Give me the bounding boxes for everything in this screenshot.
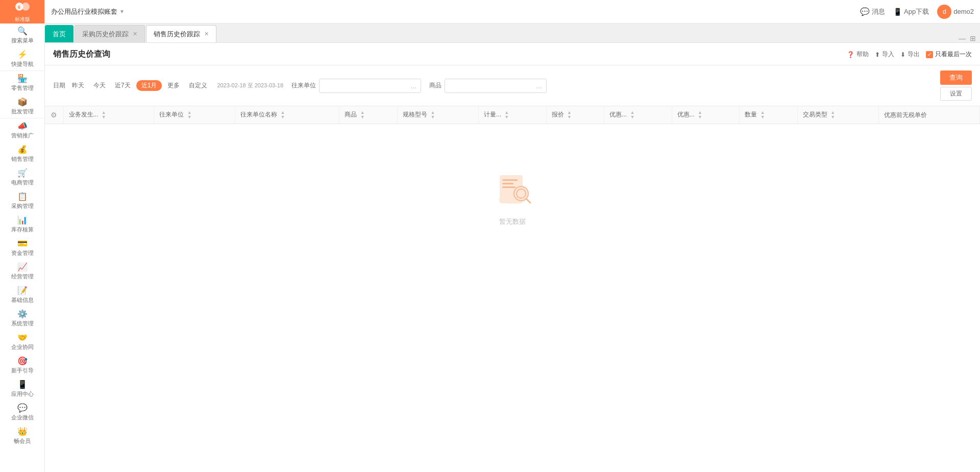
help-label: 帮助 [856,50,869,59]
sidebar-item-app-center[interactable]: 📱 应用中心 [0,377,44,400]
maximize-window-icon[interactable]: ⊞ [970,34,976,42]
sidebar-item-retail-mgmt[interactable]: 🏪 零售管理 [0,71,44,95]
import-button[interactable]: ⬆ 导入 [875,50,894,59]
phone-icon: 📱 [893,8,902,16]
th-no-tax-price[interactable]: 优惠前无税单价 [878,106,979,124]
date-buttons: 昨天 今天 近7天 近1月 更多 自定义 [68,80,211,91]
sidebar-item-sales-mgmt[interactable]: 💰 销售管理 [0,142,44,166]
tab-home[interactable]: 首页 [45,25,74,42]
checkbox-check-icon: ✓ [927,52,932,57]
sidebar-item-member[interactable]: 👑 畅会员 [0,424,44,447]
purchase-history-tab-close[interactable]: ✕ [133,31,137,37]
sort-arrows-price: ▲▼ [567,110,572,120]
sidebar-item-label: 批发管理 [11,108,34,115]
th-unit-code[interactable]: 往来单位 ▲▼ [154,106,235,124]
th-discount1[interactable]: 优惠... ▲▼ [604,106,672,124]
sales-history-tab-close[interactable]: ✕ [204,31,209,37]
sidebar-item-label: 应用中心 [11,390,34,398]
product-input[interactable] [449,82,536,89]
date-btn-today[interactable]: 今天 [90,80,109,91]
sidebar-item-system-mgmt[interactable]: ⚙️ 系统管理 [0,306,44,330]
finance-icon: 💳 [17,239,28,248]
product-input-wrap[interactable]: ... [445,79,547,93]
enterprise-wechat-icon: 💬 [17,403,28,413]
topbar-account-dropdown[interactable]: 办公用品行业模拟账套 ▼ [51,7,125,16]
user-profile-button[interactable]: d demo2 [937,5,974,19]
sidebar-item-label: 采购管理 [11,202,34,210]
quick-nav-icon: ⚡ [17,50,28,59]
sidebar-item-inventory-check[interactable]: 📊 库存核算 [0,213,44,236]
date-filter-label: 日期 [53,81,65,90]
th-discount2[interactable]: 优惠... ▲▼ [672,106,740,124]
sidebar-item-label: 畅会员 [14,437,31,445]
sidebar-item-quick-nav[interactable]: ⚡ 快捷导航 [0,47,44,70]
sales-history-tab-label: 销售历史价跟踪 [154,30,200,39]
th-settings: ⚙ [45,106,63,124]
date-btn-custom[interactable]: 自定义 [185,80,211,91]
th-unit-name[interactable]: 往来单位名称 ▲▼ [235,106,339,124]
table-settings-icon[interactable]: ⚙ [51,111,57,119]
purchase-icon: 📋 [17,192,28,201]
query-button[interactable]: 查询 [940,70,972,85]
page-actions: ❓ 帮助 ⬆ 导入 ⬇ 导出 ✓ 只看最后一 [847,50,972,59]
sidebar-item-label: 库存核算 [11,226,34,233]
app-logo[interactable]: 6 标准版 [0,0,44,23]
th-price[interactable]: 报价 ▲▼ [546,106,604,124]
th-quantity[interactable]: 数量 ▲▼ [740,106,798,124]
ecommerce-icon: 🛒 [17,168,28,178]
sidebar-item-enterprise-wechat[interactable]: 💬 企业微信 [0,400,44,424]
sort-arrows-quantity: ▲▼ [761,110,765,120]
app-download-label: App下载 [904,7,929,16]
th-unit-measure[interactable]: 计量... ▲▼ [479,106,547,124]
topbar-right: 💬 消息 📱 App下载 d demo2 [860,5,974,19]
tab-purchase-history[interactable]: 采购历史价跟踪 ✕ [75,25,145,42]
th-biz-date[interactable]: 业务发生... ▲▼ [63,106,154,124]
sidebar-item-finance-mgmt[interactable]: 💳 资金管理 [0,236,44,259]
sidebar-item-enterprise-agreement[interactable]: 🤝 企业协同 [0,330,44,353]
app-download-button[interactable]: 📱 App下载 [893,7,929,16]
date-btn-1month[interactable]: 近1月 [136,80,162,91]
minimize-window-icon[interactable]: — [959,34,966,42]
th-trade-type[interactable]: 交易类型 ▲▼ [797,106,878,124]
only-last-label: 只看最后一次 [935,50,972,59]
sidebar-item-basic-info[interactable]: 📝 基础信息 [0,283,44,306]
from-unit-input[interactable] [324,82,410,89]
sidebar-item-marketing[interactable]: 📣 营销推广 [0,119,44,142]
sidebar-item-purchase-mgmt[interactable]: 📋 采购管理 [0,189,44,213]
tabbar: 首页 采购历史价跟踪 ✕ 销售历史价跟踪 ✕ — ⊞ [45,23,980,43]
help-button[interactable]: ❓ 帮助 [847,50,869,59]
import-label: 导入 [882,50,894,59]
svg-rect-6 [502,183,513,184]
export-button[interactable]: ⬇ 导出 [900,50,920,59]
sidebar-item-newbie-guide[interactable]: 🎯 新手引导 [0,353,44,377]
sidebar-item-search-menu[interactable]: 🔍 搜索菜单 [0,23,44,47]
message-button[interactable]: 💬 消息 [860,7,885,16]
th-product[interactable]: 商品 ▲▼ [339,106,398,124]
setting-button[interactable]: 设置 [940,87,972,101]
unit-filter-group: 往来单位 ... [291,79,421,93]
th-spec[interactable]: 规格型号 ▲▼ [398,106,479,124]
product-dots-icon[interactable]: ... [536,82,542,90]
sidebar-item-wholesale-mgmt[interactable]: 📦 批发管理 [0,95,44,118]
sidebar-item-ecommerce-mgmt[interactable]: 🛒 电商管理 [0,166,44,189]
date-btn-yesterday[interactable]: 昨天 [68,80,88,91]
from-unit-input-wrap[interactable]: ... [319,79,421,93]
sort-arrows-unit-measure: ▲▼ [504,110,509,120]
svg-line-10 [526,199,530,203]
only-last-checkbox[interactable]: ✓ [926,51,933,58]
sidebar-item-operations-mgmt[interactable]: 📈 经营管理 [0,259,44,283]
date-btn-more[interactable]: 更多 [164,80,183,91]
member-icon: 👑 [17,427,28,436]
newbie-guide-icon: 🎯 [17,356,28,366]
sidebar-item-label: 销售管理 [11,155,34,163]
date-btn-7days[interactable]: 近7天 [111,80,134,91]
from-unit-dots-icon[interactable]: ... [410,82,416,90]
system-icon: ⚙️ [17,309,28,319]
sidebar-item-label: 企业协同 [11,343,34,351]
only-last-checkbox-wrap[interactable]: ✓ 只看最后一次 [926,50,972,59]
date-filter-group: 日期 昨天 今天 近7天 近1月 更多 自定义 2023-02-18 至 202… [53,80,283,91]
enterprise-agreement-icon: 🤝 [17,333,28,342]
basic-info-icon: 📝 [17,286,28,295]
tab-sales-history[interactable]: 销售历史价跟踪 ✕ [146,25,216,42]
search-menu-icon: 🔍 [17,26,28,36]
